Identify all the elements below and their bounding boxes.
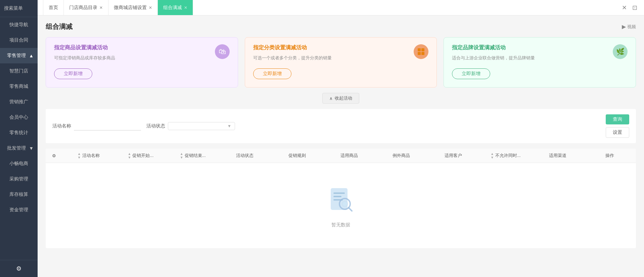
th-applicable-customer-label: 适用客户 (445, 153, 462, 159)
th-operation-label: 操作 (605, 153, 614, 159)
sidebar-item-inventory-label: 库存核算 (4, 191, 34, 198)
card-product-discount-title: 指定商品设置满减活动 (54, 44, 230, 51)
chevron-up-icon: ∧ (329, 96, 333, 101)
card-brand-discount-title: 指定品牌设置满减活动 (452, 44, 628, 51)
settings-icon[interactable]: ⚙ (16, 265, 21, 272)
sidebar-item-finance-label: 资金管理 (4, 207, 34, 213)
svg-point-11 (343, 202, 347, 206)
sidebar-item-project-contract[interactable]: 项目合同 (0, 33, 38, 48)
page-title-row: 组合满减 ▶ 视频 (46, 22, 636, 31)
search-actions: 查询 设置 (606, 114, 629, 138)
th-applicable-customer: 适用客户 (427, 153, 479, 159)
video-link[interactable]: ▶ 视频 (622, 23, 636, 30)
tab-store-catalog-close[interactable]: ✕ (99, 5, 103, 10)
sort-activity-name[interactable]: ▲▼ (78, 152, 81, 159)
sidebar-item-xiaochang-label: 小畅电商 (4, 161, 34, 167)
sidebar-item-member-label: 会员中心 (4, 114, 34, 120)
card-brand-discount: 🌿 指定品牌设置满减活动 适合与上游企业联合做营销，提升品牌销量 立即新增 (444, 37, 636, 88)
svg-rect-1 (421, 48, 424, 51)
collapse-activities-btn[interactable]: ∧ 收起活动 (322, 93, 359, 104)
maximize-window-icon[interactable]: ⊡ (631, 4, 639, 11)
th-activity-status-label: 活动状态 (236, 153, 254, 159)
chevron-down-icon: ▼ (227, 124, 231, 128)
tab-wechat-settings-label: 微商城店铺设置 (114, 5, 147, 11)
sidebar: 搜索菜单 快捷导航 项目合同 零售管理 ▲ 智慧门店 零售商城 营销推广 会员中… (0, 0, 38, 277)
play-circle-icon: ▶ (622, 23, 626, 30)
empty-icon (324, 183, 358, 217)
sidebar-item-wholesale-label: 批发管理 (4, 145, 29, 151)
th-gear[interactable]: ⚙ (46, 153, 62, 158)
th-activity-status: 活动状态 (219, 153, 271, 159)
sidebar-item-smart-store[interactable]: 智慧门店 (0, 63, 38, 79)
tab-home[interactable]: 首页 (43, 0, 64, 15)
sidebar-item-purchase-mgmt[interactable]: 采购管理 (0, 171, 38, 187)
activity-status-label: 活动状态 (146, 123, 165, 129)
svg-rect-2 (418, 52, 421, 55)
card-product-discount-btn[interactable]: 立即新增 (54, 68, 92, 79)
svg-rect-5 (333, 192, 345, 194)
activity-name-input[interactable] (74, 122, 141, 130)
svg-rect-0 (418, 48, 421, 51)
sidebar-item-quick-nav[interactable]: 快捷导航 (0, 17, 38, 33)
sidebar-item-retail-stats[interactable]: 零售统计 (0, 125, 38, 141)
th-exception-goods-label: 例外商品 (393, 153, 410, 159)
sidebar-item-xiaochang-ecom[interactable]: 小畅电商 (0, 156, 38, 171)
close-window-icon[interactable]: ✕ (620, 4, 628, 11)
table-header: ⚙ ▲▼ 活动名称 ▲▼ 促销开始... ▲▼ 促销结束... 活动状态 (46, 149, 636, 163)
svg-rect-6 (333, 196, 341, 197)
sidebar-item-marketing[interactable]: 营销推广 (0, 94, 38, 110)
sidebar-item-retail-mall[interactable]: 零售商城 (0, 79, 38, 94)
sidebar-item-retail-label: 零售管理 (4, 53, 29, 59)
empty-state: 暂无数据 (46, 163, 636, 248)
th-applicable-channel-label: 适用渠道 (549, 153, 566, 159)
sidebar-item-retail-mgmt[interactable]: 零售管理 ▲ (0, 48, 38, 63)
th-promo-start-label: 促销开始... (132, 153, 153, 159)
activity-name-label: 活动名称 (52, 123, 71, 129)
card-product-discount-desc: 可指定滞销商品或库存较多商品 (54, 55, 230, 62)
svg-rect-3 (421, 52, 424, 55)
th-promo-rule: 促销规则 (271, 153, 323, 159)
settings-button[interactable]: 设置 (606, 127, 629, 138)
th-exception-goods: 例外商品 (375, 153, 427, 159)
cards-row: 🛍 指定商品设置满减活动 可指定滞销商品或库存较多商品 立即新增 指定分类设置满… (46, 37, 636, 88)
sidebar-search[interactable]: 搜索菜单 (0, 0, 38, 17)
tab-wechat-settings[interactable]: 微商城店铺设置 ✕ (108, 0, 158, 15)
chevron-up-icon: ▲ (29, 53, 34, 58)
activity-name-field: 活动名称 (52, 122, 141, 130)
tab-combo-discount[interactable]: 组合满减 ✕ (158, 0, 193, 15)
sidebar-item-member-center[interactable]: 会员中心 (0, 110, 38, 125)
query-button[interactable]: 查询 (606, 114, 629, 124)
th-applicable-goods: 适用商品 (323, 153, 375, 159)
th-activity-name-label: 活动名称 (82, 153, 100, 159)
video-link-label: 视频 (627, 24, 636, 30)
th-not-allow-concurrent: ▲▼ 不允许同时... (479, 152, 532, 159)
th-applicable-channel: 适用渠道 (532, 153, 584, 159)
sidebar-item-wholesale-mgmt[interactable]: 批发管理 ▼ (0, 141, 38, 156)
th-not-allow-label: 不允许同时... (495, 153, 521, 159)
th-promo-end-label: 促销结束... (185, 153, 206, 159)
gear-icon: ⚙ (52, 153, 56, 158)
svg-line-10 (349, 208, 352, 211)
sort-promo-end[interactable]: ▲▼ (180, 152, 183, 159)
tab-store-catalog[interactable]: 门店商品目录 ✕ (64, 0, 108, 15)
card-category-discount-desc: 可选一个或者多个分类，提升分类的销量 (253, 55, 429, 62)
card-category-discount-btn[interactable]: 立即新增 (253, 68, 291, 79)
th-promo-end: ▲▼ 促销结束... (167, 152, 219, 159)
sidebar-item-smart-store-label: 智慧门店 (4, 68, 34, 74)
tab-wechat-settings-close[interactable]: ✕ (149, 5, 152, 10)
card-brand-discount-btn[interactable]: 立即新增 (452, 68, 490, 79)
sidebar-item-inventory-calc[interactable]: 库存核算 (0, 187, 38, 202)
sidebar-item-finance-mgmt[interactable]: 资金管理 (0, 202, 38, 218)
tab-combo-discount-close[interactable]: ✕ (184, 5, 187, 10)
sort-not-allow[interactable]: ▲▼ (491, 152, 494, 159)
card-category-discount: 指定分类设置满减活动 可选一个或者多个分类，提升分类的销量 立即新增 (245, 37, 437, 88)
collapse-row: ∧ 收起活动 (46, 93, 636, 104)
tab-store-catalog-label: 门店商品目录 (69, 5, 97, 11)
sidebar-item-retail-stats-label: 零售统计 (4, 130, 34, 136)
sort-promo-start[interactable]: ▲▼ (128, 152, 131, 159)
sidebar-item-quick-nav-label: 快捷导航 (4, 22, 34, 28)
card-product-discount-icon: 🛍 (215, 44, 230, 59)
sidebar-item-project-label: 项目合同 (4, 37, 34, 43)
collapse-btn-label: 收起活动 (335, 95, 352, 101)
activity-status-select[interactable]: ▼ (168, 122, 235, 130)
